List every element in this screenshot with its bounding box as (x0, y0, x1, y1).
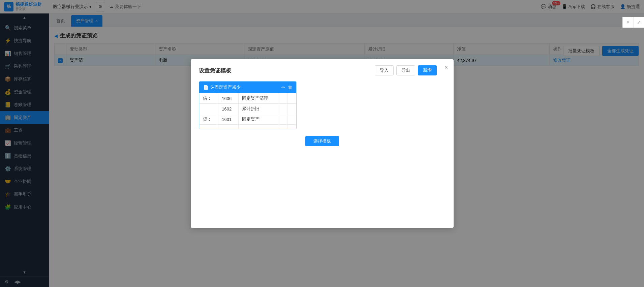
template-row: 借： 1606 固定资产清理 (199, 93, 296, 104)
dialog-close-button[interactable]: × (444, 64, 448, 71)
entry-code-empty (218, 125, 239, 129)
entry-credit (287, 104, 296, 114)
new-button[interactable]: 新增 (418, 65, 437, 75)
template-card-actions: ✏ 🗑 (281, 85, 292, 90)
template-name: 5-固定资产减少 (211, 84, 241, 90)
entry-direction (199, 104, 218, 114)
entry-direction: 借： (199, 93, 218, 104)
entry-direction-empty (199, 125, 218, 129)
modal-overlay: 设置凭证模板 导入 导出 新增 × 📄 5-固定资产减少 ✏ 🗑 借： (0, 0, 644, 287)
entry-subject: 累计折旧 (239, 104, 279, 114)
window-close-button[interactable]: × (622, 17, 633, 28)
entry-subject: 固定资产清理 (239, 93, 279, 104)
entry-code: 1606 (218, 93, 239, 104)
template-row-empty (199, 125, 296, 129)
dialog-toolbar: 导入 导出 新增 (375, 65, 437, 75)
entry-credit (287, 114, 296, 125)
template-row: 1602 累计折旧 (199, 104, 296, 114)
entry-credit-empty (287, 125, 296, 129)
template-row: 贷： 1601 固定资产 (199, 114, 296, 125)
template-doc-icon: 📄 (203, 85, 209, 90)
entry-subject: 固定资产 (239, 114, 279, 125)
entry-credit (287, 93, 296, 104)
entry-debit (279, 104, 287, 114)
entry-direction: 贷： (199, 114, 218, 125)
entry-code: 1602 (218, 104, 239, 114)
entry-debit (279, 114, 287, 125)
template-card: 📄 5-固定资产减少 ✏ 🗑 借： 1606 固定资产清理 (199, 81, 297, 129)
entry-debit (279, 93, 287, 104)
dialog-set-template: 设置凭证模板 导入 导出 新增 × 📄 5-固定资产减少 ✏ 🗑 借： (191, 59, 454, 228)
entry-subject-empty (239, 125, 279, 129)
window-expand-button[interactable]: ⤢ (633, 17, 644, 28)
entry-code: 1601 (218, 114, 239, 125)
template-edit-icon[interactable]: ✏ (281, 85, 285, 90)
template-table: 借： 1606 固定资产清理 1602 累计折旧 贷： (199, 93, 296, 129)
export-button[interactable]: 导出 (396, 65, 415, 75)
template-delete-icon[interactable]: 🗑 (288, 85, 292, 90)
import-button[interactable]: 导入 (375, 65, 394, 75)
entry-debit-empty (279, 125, 287, 129)
template-card-header: 📄 5-固定资产减少 ✏ 🗑 (199, 82, 296, 93)
select-template-button[interactable]: 选择模板 (305, 136, 339, 146)
window-controls: × ⤢ (622, 17, 644, 28)
